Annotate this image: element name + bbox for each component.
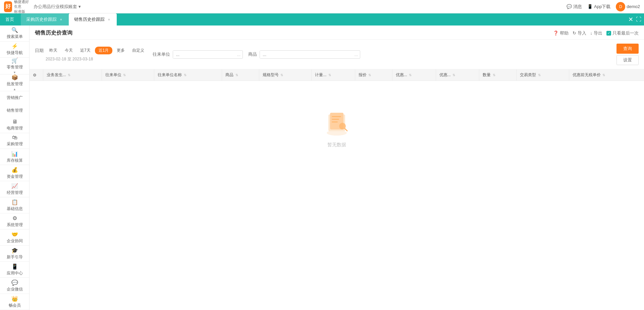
only-last-checkbox[interactable] (606, 31, 611, 36)
sidebar-item-app-center[interactable]: 📱 应用中心 (0, 262, 29, 278)
sort-trade-type-icon: ⇅ (538, 73, 541, 77)
gear-icon[interactable]: ⚙ (33, 73, 37, 78)
tab-sales-history[interactable]: 销售历史价跟踪 × (69, 13, 117, 25)
export-action[interactable]: ↓ 导出 (590, 30, 603, 36)
th-quantity[interactable]: 数量 ⇅ (479, 69, 517, 81)
help-action[interactable]: ❓ 帮助 (553, 30, 569, 36)
sidebar-app-label: 应用中心 (7, 270, 23, 276)
date-btn-today[interactable]: 今天 (62, 47, 76, 54)
partner-input[interactable] (173, 51, 235, 58)
th-pre-tax-price[interactable]: 优惠前无税单价 ⇅ (569, 69, 644, 81)
tab-sales-history-label: 销售历史价跟踪 (74, 16, 105, 22)
th-discount1[interactable]: 优惠... ⇅ (392, 69, 436, 81)
th-partner-code[interactable]: 往来单位 ⇅ (102, 69, 154, 81)
sidebar-item-system-mgmt[interactable]: ⚙ 系统管理 (0, 213, 29, 229)
th-gear[interactable]: ⚙ (30, 69, 43, 81)
top-bar: 好 畅捷通好生意 标准版 办公用品行业模拟账套 ▾ 💬 消息 📱 App下载 D… (0, 0, 644, 13)
th-discount2[interactable]: 优惠... ⇅ (436, 69, 479, 81)
partner-input-dots[interactable]: ... (235, 51, 243, 58)
sidebar-item-member[interactable]: 👑 畅会员 (0, 294, 29, 310)
th-partner-name[interactable]: 往来单位名称 ⇅ (154, 69, 222, 81)
th-product[interactable]: 商品 ⇅ (222, 69, 259, 81)
close-window-icon[interactable]: ✕ (628, 16, 633, 23)
sidebar-item-ecommerce[interactable]: 🖥 电商管理 (0, 117, 29, 133)
date-buttons: 昨天 今天 近7天 近1月 更多 自定义 (46, 47, 147, 54)
th-spec[interactable]: 规格型号 ⇅ (259, 69, 311, 81)
sidebar-retail-label: 零售管理 (7, 64, 23, 70)
sidebar-item-finance[interactable]: 💰 资金管理 (0, 165, 29, 181)
product-input-wrap: ... (260, 50, 360, 59)
only-last-checkbox-wrap[interactable]: 只看最后一次 (606, 30, 639, 36)
th-biz-date[interactable]: 业务发生... ⇅ (43, 69, 102, 81)
system-icon: ⚙ (12, 215, 17, 221)
message-icon: 💬 (567, 4, 572, 9)
sort-biz-date-icon: ⇅ (68, 73, 70, 77)
sidebar-sub-marketing[interactable]: 营销推广 (0, 91, 29, 104)
svg-rect-5 (332, 121, 338, 122)
sidebar-item-purchase[interactable]: 🛍 采购管理 (0, 133, 29, 149)
help-label: 帮助 (560, 30, 569, 36)
settings-button[interactable]: 设置 (616, 55, 639, 65)
sidebar-item-quick-nav[interactable]: ⚡ 快捷导航 (0, 42, 29, 58)
date-filter-label: 日期 (35, 48, 44, 54)
logo-symbol: 好 (5, 3, 11, 10)
date-range-text: 2023-02-18 至 2023-03-18 (46, 57, 93, 61)
sidebar-member-label: 畅会员 (9, 303, 21, 308)
sidebar-sub-sales-mgmt[interactable]: 销售管理 (0, 104, 29, 117)
search-icon: 🔍 (11, 27, 18, 33)
tab-home[interactable]: 首页 (0, 13, 19, 25)
sort-discount1-icon: ⇅ (409, 73, 412, 77)
sidebar-item-inventory[interactable]: 📊 库存核算 (0, 149, 29, 165)
sidebar-item-enterprise-collab[interactable]: 🤝 企业协同 (0, 229, 29, 246)
th-price[interactable]: 报价 ⇅ (355, 69, 392, 81)
product-input[interactable] (260, 51, 352, 58)
logo-line2: 标准版 (14, 9, 31, 14)
sidebar-operations-label: 经营管理 (7, 190, 23, 196)
th-price-label: 报价 (359, 72, 367, 77)
sidebar: 🔍 搜索菜单 ⚡ 快捷导航 🛒 零售管理 ▼ 📦 批发管理 ▲ 营销推广 销售管… (0, 25, 30, 310)
import-action[interactable]: ↻ 导入 (573, 30, 586, 36)
table-header-row: ⚙ 业务发生... ⇅ 往来单位 ⇅ 往来单位名称 (30, 69, 644, 81)
basic-info-icon: 📋 (11, 199, 18, 205)
app-download-button[interactable]: 📱 App下载 (587, 4, 610, 10)
sidebar-item-wholesale-mgmt[interactable]: 📦 批发管理 ▲ (0, 74, 29, 91)
top-bar-right: 💬 消息 📱 App下载 D demo2 (567, 2, 640, 11)
query-button[interactable]: 查询 (616, 44, 639, 54)
sidebar-item-enterprise-wechat[interactable]: 💬 企业微信 (0, 278, 29, 294)
collapse-icon: ▼ (13, 71, 16, 74)
product-input-dots[interactable]: ... (352, 51, 360, 58)
sort-quantity-icon: ⇅ (493, 73, 495, 77)
sidebar-item-basic-info[interactable]: 📋 基础信息 (0, 197, 29, 213)
date-btn-1month[interactable]: 近1月 (95, 47, 113, 54)
th-unit[interactable]: 计量... ⇅ (312, 69, 355, 81)
tab-sales-history-close[interactable]: × (107, 17, 111, 22)
sidebar-quick-nav-label: 快捷导航 (7, 50, 23, 56)
only-last-label: 只看最后一次 (612, 30, 639, 36)
content-area: 销售历史价查询 ❓ 帮助 ↻ 导入 ↓ 导出 (30, 25, 644, 310)
th-trade-type[interactable]: 交易类型 ⇅ (517, 69, 569, 81)
sidebar-item-new-guide[interactable]: 🎓 新手引导 (0, 246, 29, 262)
tab-purchase-history-close[interactable]: × (59, 17, 63, 22)
date-btn-more[interactable]: 更多 (114, 47, 128, 54)
inventory-icon: 📊 (11, 151, 18, 157)
ecommerce-icon: 🖥 (12, 119, 17, 125)
avatar: D (616, 2, 625, 11)
user-name: demo2 (627, 4, 640, 9)
date-btn-yesterday[interactable]: 昨天 (46, 47, 60, 54)
tab-purchase-history[interactable]: 采购历史价跟踪 × (21, 13, 69, 25)
empty-state: 暂无数据 (30, 81, 644, 175)
sidebar-item-operations[interactable]: 📈 经营管理 (0, 181, 29, 197)
sidebar-item-search-menu[interactable]: 🔍 搜索菜单 (0, 25, 29, 42)
filter-area: 日期 昨天 今天 近7天 近1月 更多 自定义 2023-02-18 至 202… (30, 40, 644, 69)
tab-home-label: 首页 (5, 16, 14, 22)
date-btn-7days[interactable]: 近7天 (77, 47, 94, 54)
app-download-label: App下载 (594, 4, 610, 10)
wechat-icon: 💬 (11, 279, 18, 286)
maximize-icon[interactable]: ⛶ (636, 16, 641, 22)
app-selector[interactable]: 办公用品行业模拟账套 ▾ (34, 4, 81, 10)
user-menu[interactable]: D demo2 (616, 2, 640, 11)
message-button[interactable]: 💬 消息 (567, 4, 582, 10)
date-btn-custom[interactable]: 自定义 (129, 47, 147, 54)
sidebar-wechat-label: 企业微信 (7, 287, 23, 292)
sidebar-item-retail-mgmt[interactable]: 🛒 零售管理 ▼ (0, 58, 29, 74)
